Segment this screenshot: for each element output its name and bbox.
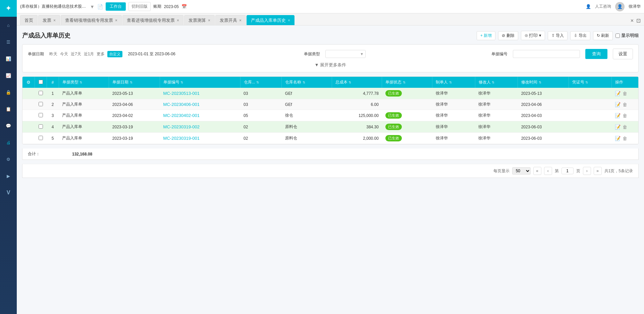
sidebar-item-lock[interactable]: 🔒 (0, 84, 17, 101)
sidebar-item-tasks[interactable]: 📋 (0, 101, 17, 117)
first-page-button[interactable]: « (533, 167, 541, 175)
row-checkbox[interactable] (39, 91, 43, 95)
col-modify-time[interactable]: 修改时间 ⇅ (518, 77, 569, 88)
sidebar-item-play[interactable]: ▶ (0, 168, 17, 184)
calendar-icon[interactable]: 📅 (181, 4, 187, 9)
sidebar-item-menu[interactable]: ☰ (0, 34, 17, 50)
sidebar-item-other[interactable]: V (0, 184, 17, 201)
number-input[interactable] (513, 50, 580, 58)
delete-row-icon[interactable]: 🗑 (623, 113, 627, 118)
next-page-button[interactable]: › (583, 167, 591, 175)
sidebar-item-settings[interactable]: ⚙ (0, 151, 17, 168)
tab-history[interactable]: 产成品入库单历史 × (247, 15, 294, 25)
delete-row-icon[interactable]: 🗑 (623, 91, 627, 96)
export-button[interactable]: ⇩ 导出 (570, 31, 590, 40)
row-number-link[interactable]: MC-20230319-002 (163, 124, 200, 129)
row-number[interactable]: MC-20230406-001 (160, 99, 240, 110)
workbench-button[interactable]: 工作台 (106, 2, 126, 11)
date-today[interactable]: 今天 (60, 51, 68, 57)
row-number-link[interactable]: MC-20230402-001 (163, 113, 200, 118)
app-logo[interactable]: ✦ (0, 0, 17, 17)
tab-open-invoice[interactable]: 发票开具 × (215, 15, 246, 25)
tab-open-invoice-close[interactable]: × (239, 18, 241, 23)
col-number[interactable]: 单据编号 ⇅ (160, 77, 240, 88)
print-button[interactable]: ⊙ 打印 ▾ (521, 31, 545, 40)
row-checkbox[interactable] (39, 102, 43, 106)
settings-button[interactable]: 设置 (613, 49, 633, 59)
col-status[interactable]: 单据状态 ⇅ (382, 77, 432, 88)
row-number-link[interactable]: MC-20230319-001 (163, 136, 200, 141)
edit-icon[interactable]: 📝 (615, 91, 621, 96)
tab-close-all-icon[interactable]: × (631, 18, 634, 24)
edit-icon[interactable]: 📝 (615, 124, 621, 130)
tab-invoice[interactable]: 发票 × (38, 15, 60, 25)
tab-invoice-close[interactable]: × (53, 18, 56, 23)
col-type[interactable]: 单据类型 ⇅ (59, 77, 109, 88)
sidebar-item-analytics[interactable]: 📈 (0, 67, 17, 84)
col-voucher[interactable]: 凭证号 ⇅ (569, 77, 611, 88)
expand-more-btn[interactable]: ▼ 展开更多条件 (28, 62, 633, 68)
date-7days[interactable]: 近7天 (71, 51, 81, 57)
row-checkbox[interactable] (39, 136, 43, 140)
tab-calc-close[interactable]: × (208, 18, 210, 23)
import-button[interactable]: ⇧ 导入 (548, 31, 568, 40)
show-detail-checkbox[interactable] (615, 34, 620, 38)
copy-icon[interactable]: 📄 (97, 4, 103, 9)
tab-purchase-invoice-close[interactable]: × (177, 18, 179, 23)
row-number[interactable]: MC-20230319-001 (160, 133, 240, 144)
tab-sales-invoice[interactable]: 查看销项增值税专用发票 × (61, 15, 122, 25)
col-creator[interactable]: 制单人 ⇅ (432, 77, 475, 88)
prev-page-button[interactable]: ‹ (544, 167, 552, 175)
col-total-cost[interactable]: 总成本 ⇅ (332, 77, 382, 88)
last-page-button[interactable]: » (594, 167, 602, 175)
col-warehouse-code[interactable]: 仓库... ⇅ (240, 77, 282, 88)
col-modifier[interactable]: 修改人 ⇅ (475, 77, 518, 88)
date-custom-btn[interactable]: 自定义 (107, 51, 122, 57)
row-checkbox-cell[interactable] (35, 133, 47, 144)
period-switch-button[interactable]: 切到旧版 (128, 2, 151, 11)
col-date[interactable]: 单据日期 ⇅ (109, 77, 160, 88)
row-number-link[interactable]: MC-20230406-001 (163, 102, 200, 107)
col-checkbox[interactable] (35, 77, 47, 88)
type-select[interactable] (325, 50, 366, 58)
select-all-checkbox[interactable] (39, 80, 43, 84)
row-checkbox-cell[interactable] (35, 99, 47, 110)
sidebar-item-print[interactable]: 🖨 (0, 134, 17, 151)
row-checkbox-cell[interactable] (35, 88, 47, 99)
row-checkbox-cell[interactable] (35, 110, 47, 121)
show-detail-checkbox-label[interactable]: 显示明细 (615, 33, 639, 39)
edit-icon[interactable]: 📝 (615, 113, 621, 118)
date-yesterday[interactable]: 昨天 (49, 51, 57, 57)
edit-icon[interactable]: 📝 (615, 102, 621, 107)
delete-button[interactable]: ⊘ 删除 (498, 31, 518, 40)
delete-row-icon[interactable]: 🗑 (623, 102, 627, 107)
help-link[interactable]: 人工咨询 (595, 4, 611, 9)
page-number-input[interactable] (561, 168, 574, 174)
sidebar-item-home[interactable]: ⌂ (0, 17, 17, 34)
edit-icon[interactable]: 📝 (615, 136, 621, 141)
delete-row-icon[interactable]: 🗑 (623, 124, 627, 130)
row-number[interactable]: MC-20230402-001 (160, 110, 240, 121)
chevron-down-icon[interactable]: ▼ (90, 4, 95, 9)
sidebar-item-messages[interactable]: 💬 (0, 117, 17, 134)
date-more[interactable]: 更多 (97, 51, 105, 57)
row-checkbox[interactable] (39, 113, 43, 117)
tab-sales-invoice-close[interactable]: × (115, 18, 117, 23)
row-number-link[interactable]: MC-20230513-001 (163, 91, 200, 96)
row-checkbox-cell[interactable] (35, 121, 47, 133)
date-1month[interactable]: 近1月 (84, 51, 94, 57)
col-settings[interactable]: ⚙ (22, 77, 35, 88)
date-range-input[interactable] (128, 52, 178, 56)
col-warehouse-name[interactable]: 仓库名称 ⇅ (282, 77, 332, 88)
row-number[interactable]: MC-20230513-001 (160, 88, 240, 99)
page-size-select[interactable]: 20 50 100 200 (512, 167, 531, 175)
row-number[interactable]: MC-20230319-002 (160, 121, 240, 133)
tab-calc[interactable]: 发票测算 × (184, 15, 215, 25)
delete-row-icon[interactable]: 🗑 (623, 136, 627, 141)
tab-maximize-icon[interactable]: ⊡ (636, 17, 641, 24)
row-checkbox[interactable] (39, 124, 43, 129)
refresh-button[interactable]: ↻ 刷新 (593, 31, 613, 40)
new-button[interactable]: + 新增 (477, 31, 495, 40)
tab-home[interactable]: 首页 (20, 15, 38, 25)
tab-purchase-invoice[interactable]: 查看进项增值税专用发票 × (122, 15, 183, 25)
